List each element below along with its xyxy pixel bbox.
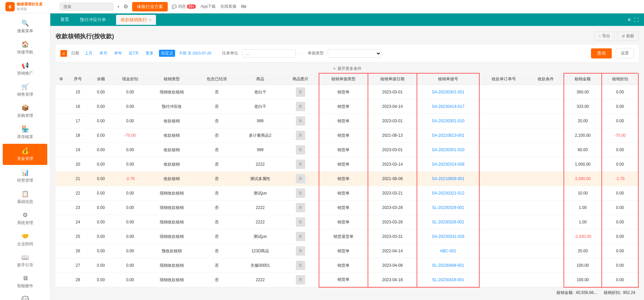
tab-prepaid-close[interactable]: ×: [108, 18, 110, 22]
cell-cancel-bill-date: 2023-03-01: [368, 143, 417, 157]
cell-receipt-condition: [528, 85, 564, 99]
cell-product-img: 图: [283, 229, 319, 244]
cell-product: 999: [237, 143, 283, 157]
th-cancel-type: 核销类型: [148, 73, 196, 85]
tab-prepaid[interactable]: 预付冲应付单 ×: [75, 15, 115, 25]
sidebar-item-finance[interactable]: 💰 资金管理: [3, 144, 47, 165]
sidebar-item-basic-info[interactable]: 📋 基础信息: [0, 187, 50, 208]
sidebar-item-inventory[interactable]: 🏪 库存核算: [0, 122, 50, 143]
th-product: 商品: [237, 73, 283, 85]
cancel-bill-no-link[interactable]: SA-20230301-010: [432, 147, 464, 152]
message-area[interactable]: 💬 消息 99+: [172, 4, 196, 9]
sidebar-label-inventory: 库存核算: [17, 134, 33, 140]
cell-cancel-bill-type: 销货单: [319, 172, 368, 186]
cell-receipt-order-no: [479, 143, 528, 157]
tab-receipt-cancel[interactable]: 收款核销执行 ×: [116, 15, 156, 25]
settings-icon[interactable]: ⚙: [123, 3, 128, 10]
online-service[interactable]: 在线客服: [220, 4, 236, 9]
partner-input[interactable]: [242, 49, 296, 57]
logo-name: 畅捷通谱好生意: [17, 2, 43, 7]
cell-product-img: 图: [283, 143, 319, 157]
cancel-bill-no-link[interactable]: SL-20230408-001: [432, 263, 464, 268]
sidebar-item-marketing[interactable]: 📢 营销推广: [0, 58, 50, 80]
sidebar-item-system[interactable]: ⚙ 系统管理: [0, 208, 50, 229]
cell-cancel-type: 现销收款核销: [148, 201, 196, 215]
cell-product: 老白干: [237, 99, 283, 114]
cell-balance: 0.00: [89, 99, 112, 114]
cell-cancel-bill-date: 2023-03-28: [368, 215, 417, 229]
refresh-button[interactable]: ↺ 刷新: [617, 32, 639, 41]
date-btn-this-month[interactable]: 本月: [98, 50, 109, 57]
cell-product: 2222: [237, 273, 283, 287]
query-button[interactable]: 查询: [591, 48, 612, 58]
table-row: 21 0.00 -2.76 收款核销 否 测试多属性 图 销货单 2021-08…: [56, 172, 638, 186]
cancel-bill-no-link[interactable]: SA-20230321-012: [432, 191, 464, 196]
cancel-bill-no-link[interactable]: SL-20230418-001: [432, 277, 464, 282]
expand-bar: ∨ 展开更多条件: [56, 65, 639, 73]
cancel-bill-no-link[interactable]: SA-20230301-010: [432, 119, 464, 123]
cell-settings: [56, 172, 66, 186]
cell-cancel-bill-date: 2023-03-28: [368, 201, 417, 215]
inventory-icon: 🏪: [21, 125, 29, 133]
cell-cancel-bill-date: 2023-03-14: [368, 157, 417, 172]
sidebar-label-sales: 销售管理: [17, 92, 33, 97]
sidebar-item-wechat[interactable]: 💬 企业微信: [0, 292, 50, 300]
tab-receipt-cancel-label: 收款核销执行: [121, 17, 147, 23]
sidebar-item-operations[interactable]: 📊 经营管理: [0, 166, 50, 187]
tab-receipt-cancel-close[interactable]: ×: [149, 18, 151, 22]
sidebar-item-guide[interactable]: 📖 新手引导: [0, 250, 50, 271]
cell-balance: 0.00: [89, 85, 112, 99]
cell-cancel-bill-date: 2023-03-21: [368, 186, 417, 201]
cell-settings: [56, 99, 66, 114]
cell-balance: 0.00: [89, 128, 112, 143]
table-scroll[interactable]: ⚙ 序号 余额 现金折扣 核销类型 包含已结清 商品 商品图片 核销单据类型 核…: [56, 73, 639, 288]
cancel-bill-no-link[interactable]: ABC-001: [440, 249, 457, 253]
cancel-bill-no-link[interactable]: SA-20210808-001: [432, 176, 464, 181]
bill-type-select[interactable]: [328, 49, 381, 58]
sidebar-item-hardware[interactable]: 🖥 智能硬件: [0, 271, 50, 292]
date-btn-last-month[interactable]: 上月: [83, 50, 94, 57]
cell-include-settled: 否: [196, 201, 237, 215]
settings-button[interactable]: 设置: [616, 48, 634, 58]
cancel-bill-no-link[interactable]: SL-20230328-002: [432, 220, 464, 224]
sidebar-item-quick-nav[interactable]: 🏠 快捷导航: [0, 37, 50, 58]
sidebar-item-search[interactable]: 🔍 搜索菜单: [0, 16, 50, 37]
date-btn-this-year[interactable]: 本年: [113, 50, 123, 57]
cell-cancel-bill-no: SA-20230414-017: [417, 99, 479, 114]
cancel-bill-no-link[interactable]: SA-20230414-017: [432, 104, 464, 109]
top-bar-right: 💬 消息 99+ App下载 在线客服 Rit: [172, 4, 246, 9]
th-settings[interactable]: ⚙: [56, 73, 66, 85]
sidebar-item-enterprise[interactable]: 🤝 企业协同: [0, 229, 50, 250]
sidebar-item-purchase[interactable]: 📦 采购管理: [0, 101, 50, 122]
app-download[interactable]: App下载: [201, 4, 216, 9]
tab-expand-button[interactable]: ⛶: [634, 17, 639, 23]
top-bar: 6 畅捷通谱好生意 标准版 ▾ ⚙ 体验行业方案 💬 消息 99+ App下载 …: [0, 0, 644, 13]
search-input[interactable]: [60, 3, 113, 11]
filter-expand-btn[interactable]: »: [60, 50, 67, 57]
cell-balance: 0.00: [89, 172, 112, 186]
date-btn-more[interactable]: 更多: [144, 50, 155, 57]
cell-cash-discount: 0.00: [112, 201, 148, 215]
cancel-bill-no-link[interactable]: SA-20230331-026: [432, 234, 464, 239]
refresh-icon: ↺: [622, 34, 625, 39]
export-button[interactable]: ↑ 导出: [594, 32, 614, 41]
cell-include-settled: 否: [196, 99, 237, 114]
solution-button[interactable]: 体验行业方案: [132, 2, 168, 11]
main-content: 首页 预付冲应付单 × 收款核销执行 × ✕ ⛶ 收款核销执行(按收款): [50, 13, 644, 300]
page-title: 收款核销执行(按收款): [56, 32, 114, 40]
tab-close-button[interactable]: ✕: [627, 17, 631, 23]
dropdown-icon[interactable]: ▾: [117, 4, 119, 9]
date-btn-7days[interactable]: 近7天: [127, 50, 141, 57]
cell-settings: [56, 128, 66, 143]
cancel-bill-no-link[interactable]: SA-20230301-001: [432, 90, 464, 94]
tab-home[interactable]: 首页: [56, 14, 74, 25]
cancel-bill-no-link[interactable]: SL-20230328-001: [432, 205, 464, 210]
date-btn-custom[interactable]: 自定义: [159, 50, 175, 57]
cell-product-img: 图: [283, 215, 319, 229]
expand-more-btn[interactable]: ∨ 展开更多条件: [333, 66, 361, 72]
cell-receipt-condition: [528, 244, 564, 258]
cancel-bill-no-link[interactable]: SA-20210813-001: [432, 133, 464, 138]
cancel-bill-no-link[interactable]: SA-20230314-008: [432, 162, 464, 167]
sidebar-item-sales[interactable]: 🛒 销售管理: [0, 80, 50, 101]
user-name[interactable]: Rit: [241, 4, 246, 9]
